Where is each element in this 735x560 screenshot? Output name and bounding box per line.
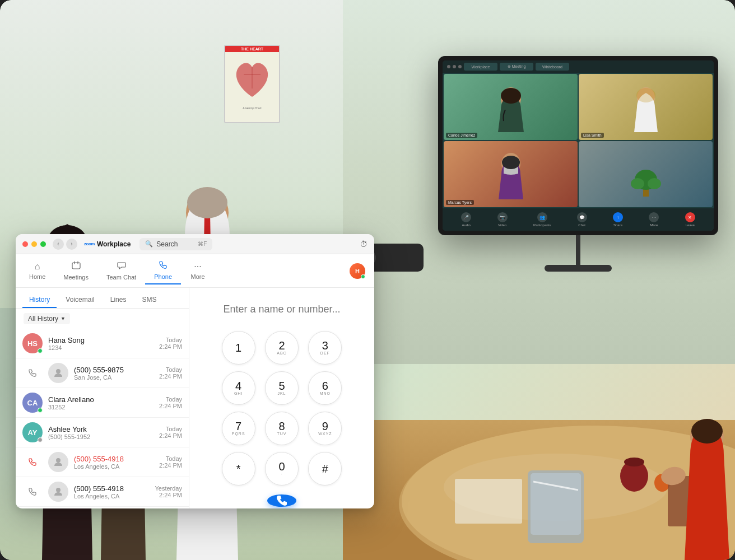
key-5[interactable]: 5 JKL xyxy=(265,371,299,405)
tv-ctrl-leave: ✕ Leave xyxy=(685,212,695,227)
all-history-filter[interactable]: All History ▼ xyxy=(24,313,70,324)
phone-call-icon xyxy=(22,363,43,383)
chat-label: Chat xyxy=(578,223,585,227)
caller-name: (500) 555-4918 xyxy=(74,484,149,493)
key-sub-8: TUV xyxy=(277,432,286,436)
key-3[interactable]: 3 DEF xyxy=(308,331,342,365)
nav-phone[interactable]: Phone xyxy=(145,257,181,284)
key-main-7: 7 xyxy=(235,421,241,432)
participants-label: Participants xyxy=(533,223,551,227)
meetings-label: Meetings xyxy=(63,274,89,281)
dialer-input[interactable] xyxy=(198,299,365,320)
key-hash[interactable]: # xyxy=(308,452,342,486)
unknown-avatar xyxy=(48,452,68,472)
key-0[interactable]: 0 · xyxy=(265,452,299,486)
maximize-dot[interactable] xyxy=(40,241,46,247)
tv-ctrl-video: 📷 Video xyxy=(497,212,508,227)
person-at-table xyxy=(511,280,735,560)
more-ctrl-label: More xyxy=(650,223,658,227)
tv-toolbar: Workplace ⊕ Meeting Whiteboard xyxy=(443,60,714,73)
caller-name: (500) 555-9875 xyxy=(74,366,153,374)
team-chat-icon xyxy=(117,261,126,272)
key-sub-7: PQRS xyxy=(232,432,245,436)
zoom-logo-text: zoom xyxy=(84,241,95,246)
call-time-col: Today 2:24 PM xyxy=(159,396,182,409)
svg-point-14 xyxy=(502,156,520,169)
tv-tab-workplace: Workplace xyxy=(464,63,497,71)
nav-meetings[interactable]: Meetings xyxy=(54,258,97,284)
left-panel: History Voicemail Lines SMS All History … xyxy=(16,288,189,508)
tv-dot-1 xyxy=(447,65,450,68)
key-main-star: * xyxy=(236,463,241,474)
call-button[interactable] xyxy=(267,494,296,507)
nav-home[interactable]: ⌂ Home xyxy=(20,258,54,283)
tab-history[interactable]: History xyxy=(22,292,57,308)
svg-point-10 xyxy=(501,88,521,104)
caller-number: (500) 555-1952 xyxy=(48,433,153,440)
caller-name: (500) 555-4918 xyxy=(74,455,153,463)
key-4[interactable]: 4 GHI xyxy=(222,371,255,405)
svg-point-17 xyxy=(631,178,644,189)
key-2[interactable]: 2 ABC xyxy=(265,331,299,365)
video-icon: 📷 xyxy=(497,212,508,222)
caller-number: San Jose, CA xyxy=(74,374,153,381)
nav-more[interactable]: ··· More xyxy=(181,258,215,283)
key-6[interactable]: 6 MNO xyxy=(308,371,342,405)
call-info: (500) 555-4918 Los Angeles, CA xyxy=(74,484,149,500)
user-avatar[interactable]: H xyxy=(350,263,365,279)
missed-call-icon xyxy=(22,452,43,472)
svg-point-18 xyxy=(648,178,661,189)
filter-chevron-icon: ▼ xyxy=(61,316,66,321)
minimize-dot[interactable] xyxy=(31,241,37,247)
key-8[interactable]: 8 TUV xyxy=(265,412,299,445)
call-item[interactable]: HS Hana Song 1234 Today 2:24 PM xyxy=(16,329,189,358)
home-label: Home xyxy=(29,273,45,280)
key-sub-5: JKL xyxy=(277,391,286,396)
key-main-4: 4 xyxy=(235,380,241,391)
key-9[interactable]: 9 WXYZ xyxy=(308,412,342,445)
call-date: Today xyxy=(159,426,182,432)
tv-participant-1: Carlos Jiménez xyxy=(444,74,578,140)
svg-rect-33 xyxy=(72,263,80,269)
caller-name: Clara Arellano xyxy=(48,395,153,404)
tab-lines[interactable]: Lines xyxy=(104,292,133,308)
caller-number: 31252 xyxy=(48,404,153,410)
svg-point-36 xyxy=(56,369,61,374)
titlebar-icons: ⏱ xyxy=(360,240,368,249)
history-icon[interactable]: ⏱ xyxy=(360,240,368,249)
call-time-col: Today 2:24 PM xyxy=(159,455,182,469)
call-date: Yesterday xyxy=(155,485,182,492)
close-dot[interactable] xyxy=(22,241,28,247)
call-date: Today xyxy=(159,337,182,343)
key-7[interactable]: 7 PQRS xyxy=(222,412,255,445)
tab-voicemail[interactable]: Voicemail xyxy=(59,292,101,308)
caller-number: 1234 xyxy=(48,344,153,351)
call-item[interactable]: (500) 555-4918 Los Angeles, CA Yesterday… xyxy=(16,477,189,507)
call-info: (500) 555-9875 San Jose, CA xyxy=(74,366,153,381)
call-item[interactable]: (500) 555-3912 Oakland, CA Yesterday 2:2… xyxy=(16,507,189,508)
titlebar-search-box[interactable]: 🔍 Search ⌘F xyxy=(139,238,212,250)
nav-team-chat[interactable]: Team Chat xyxy=(97,258,145,284)
zoom-brand-label: Workplace xyxy=(97,240,131,248)
video-label: Video xyxy=(498,223,506,227)
avatar-initial: H xyxy=(355,268,360,274)
call-item[interactable]: AY Ashlee York (500) 555-1952 Today 2:24… xyxy=(16,418,189,447)
key-1[interactable]: 1 xyxy=(222,331,255,365)
more-ctrl-icon: ··· xyxy=(649,212,659,222)
meetings-icon xyxy=(72,261,81,272)
tab-sms[interactable]: SMS xyxy=(135,292,163,308)
forward-button[interactable]: › xyxy=(66,239,77,250)
key-sub-9: WXYZ xyxy=(318,432,332,436)
audio-label: Audio xyxy=(462,223,471,227)
tv-video-grid: Carlos Jiménez Lisa Smith xyxy=(443,73,714,208)
tv-stand xyxy=(576,235,580,269)
call-info: Hana Song 1234 xyxy=(48,336,153,351)
call-item[interactable]: (500) 555-4918 Los Angeles, CA Today 2:2… xyxy=(16,447,189,477)
back-button[interactable]: ‹ xyxy=(53,239,64,250)
call-item[interactable]: CA Clara Arellano 31252 Today 2:24 PM xyxy=(16,388,189,418)
filter-label: All History xyxy=(28,315,58,323)
call-item[interactable]: (500) 555-9875 San Jose, CA Today 2:24 P… xyxy=(16,358,189,388)
key-main-6: 6 xyxy=(322,380,328,391)
team-chat-label: Team Chat xyxy=(106,274,136,281)
key-star[interactable]: * xyxy=(222,452,255,486)
